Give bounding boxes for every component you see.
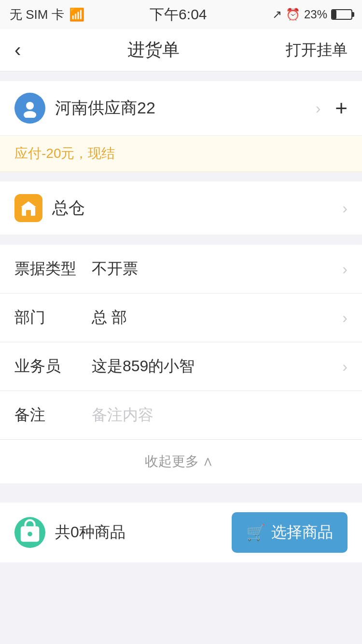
collapse-label: 收起更多 ∧ — [145, 452, 214, 471]
supplier-section: 河南供应商22 › + 应付-20元，现结 — [0, 81, 362, 172]
battery-percent: 23% — [304, 8, 327, 21]
supplier-chevron-icon: › — [316, 99, 321, 117]
alarm-icon: ⏰ — [286, 8, 300, 21]
svg-rect-4 — [26, 210, 31, 216]
product-icon — [14, 517, 45, 548]
select-product-button[interactable]: 🛒 选择商品 — [232, 512, 348, 553]
notice-text: 应付-20元，现结 — [14, 146, 115, 161]
invoice-type-row[interactable]: 票据类型 不开票 › — [0, 245, 362, 294]
remark-row[interactable]: 备注 备注内容 — [0, 391, 362, 440]
section-gap-2 — [0, 172, 362, 182]
supplier-row[interactable]: 河南供应商22 › + — [0, 81, 362, 136]
warehouse-icon — [14, 194, 42, 222]
warehouse-section: 总仓 › — [0, 182, 362, 235]
battery-icon — [331, 9, 352, 20]
bottom-bar: 共0种商品 🛒 选择商品 — [0, 503, 362, 562]
notice-bar: 应付-20元，现结 — [0, 136, 362, 172]
svg-point-1 — [24, 111, 36, 118]
select-product-label: 选择商品 — [271, 522, 333, 543]
svg-point-6 — [28, 532, 32, 536]
section-gap-3 — [0, 235, 362, 245]
invoice-chevron-icon: › — [342, 260, 348, 278]
section-gap-1 — [0, 71, 362, 81]
department-row[interactable]: 部门 总 部 › — [0, 294, 362, 342]
warehouse-name: 总仓 — [52, 197, 342, 219]
salesperson-chevron-icon: › — [342, 358, 348, 376]
status-left: 无 SIM 卡 📶 — [10, 6, 84, 23]
product-count-text: 共0种商品 — [55, 522, 232, 543]
department-value: 总 部 — [92, 307, 342, 328]
collapse-button[interactable]: 收起更多 ∧ — [0, 440, 362, 483]
warehouse-chevron-icon: › — [342, 199, 348, 217]
svg-marker-3 — [21, 201, 36, 207]
salesperson-row[interactable]: 业务员 这是859的小智 › — [0, 342, 362, 391]
form-section: 票据类型 不开票 › 部门 总 部 › 业务员 这是859的小智 › 备注 备注… — [0, 245, 362, 483]
select-product-icon: 🛒 — [246, 523, 265, 542]
supplier-name: 河南供应商22 — [55, 97, 316, 119]
supplier-avatar — [14, 93, 45, 124]
invoice-type-label: 票据类型 — [14, 258, 92, 280]
status-right: ↗ ⏰ 23% — [272, 8, 352, 21]
page-title: 进货单 — [127, 38, 180, 62]
remark-label: 备注 — [14, 405, 92, 426]
open-pending-button[interactable]: 打开挂单 — [286, 40, 348, 61]
warehouse-row[interactable]: 总仓 › — [0, 182, 362, 235]
section-gap-4 — [0, 483, 362, 493]
department-chevron-icon: › — [342, 309, 348, 327]
nav-bar: ‹ 进货单 打开挂单 — [0, 29, 362, 71]
status-bar: 无 SIM 卡 📶 下午6:04 ↗ ⏰ 23% — [0, 0, 362, 29]
add-supplier-button[interactable]: + — [335, 96, 348, 120]
location-icon: ↗ — [272, 8, 282, 21]
wifi-icon: 📶 — [69, 7, 84, 22]
carrier-text: 无 SIM 卡 — [10, 6, 64, 23]
svg-point-0 — [26, 102, 34, 110]
back-button[interactable]: ‹ — [14, 39, 21, 61]
status-time: 下午6:04 — [150, 5, 207, 25]
salesperson-label: 业务员 — [14, 356, 92, 377]
remark-input[interactable]: 备注内容 — [92, 405, 348, 426]
department-label: 部门 — [14, 307, 92, 328]
salesperson-value: 这是859的小智 — [92, 356, 342, 377]
invoice-type-value: 不开票 — [92, 258, 342, 280]
